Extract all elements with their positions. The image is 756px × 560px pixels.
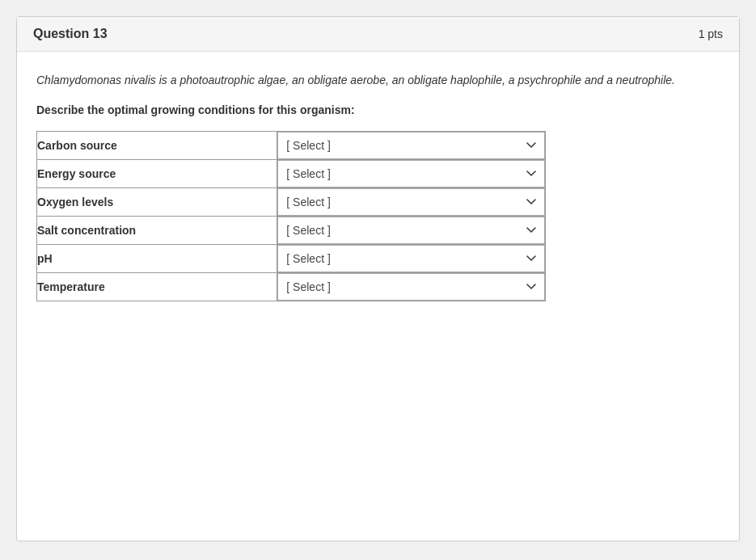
row-label-1: Energy source bbox=[37, 160, 277, 188]
table-row: Temperature[ Select ] bbox=[37, 273, 546, 301]
select-dropdown-3[interactable]: [ Select ] bbox=[277, 217, 545, 244]
select-dropdown-4[interactable]: [ Select ] bbox=[277, 245, 545, 272]
row-select-cell-1: [ Select ] bbox=[277, 160, 546, 188]
row-label-4: pH bbox=[37, 245, 277, 273]
question-instruction: Describe the optimal growing conditions … bbox=[36, 103, 720, 116]
row-select-cell-0: [ Select ] bbox=[277, 132, 546, 160]
question-title: Question 13 bbox=[33, 27, 108, 41]
table-row: Oxygen levels[ Select ] bbox=[37, 188, 546, 217]
question-points: 1 pts bbox=[699, 27, 723, 40]
table-row: Energy source[ Select ] bbox=[37, 160, 546, 188]
row-select-cell-5: [ Select ] bbox=[277, 273, 546, 301]
conditions-table: Carbon source[ Select ]Energy source[ Se… bbox=[36, 131, 546, 301]
select-dropdown-1[interactable]: [ Select ] bbox=[277, 160, 545, 187]
select-dropdown-2[interactable]: [ Select ] bbox=[277, 188, 545, 216]
question-header: Question 13 1 pts bbox=[17, 17, 739, 52]
table-row: Salt concentration[ Select ] bbox=[37, 217, 546, 245]
table-row: Carbon source[ Select ] bbox=[37, 132, 546, 160]
select-dropdown-5[interactable]: [ Select ] bbox=[277, 273, 545, 301]
row-select-cell-4: [ Select ] bbox=[277, 245, 546, 273]
row-label-3: Salt concentration bbox=[37, 217, 277, 245]
select-dropdown-0[interactable]: [ Select ] bbox=[277, 132, 545, 159]
row-label-2: Oxygen levels bbox=[37, 188, 277, 217]
row-label-5: Temperature bbox=[37, 273, 277, 301]
table-row: pH[ Select ] bbox=[37, 245, 546, 273]
question-card: Question 13 1 pts Chlamydomonas nivalis … bbox=[16, 16, 740, 541]
row-select-cell-3: [ Select ] bbox=[277, 217, 546, 245]
row-select-cell-2: [ Select ] bbox=[277, 188, 546, 217]
question-description: Chlamydomonas nivalis is a photoautrophi… bbox=[36, 71, 720, 89]
row-label-0: Carbon source bbox=[37, 132, 277, 160]
question-body: Chlamydomonas nivalis is a photoautrophi… bbox=[17, 52, 739, 321]
